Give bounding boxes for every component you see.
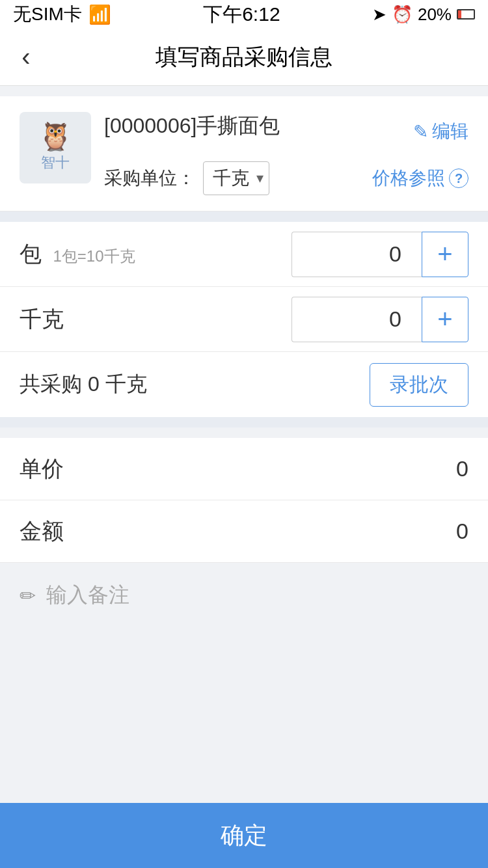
page-title: 填写商品采购信息 xyxy=(0,42,488,72)
input-section: 包 1包=10千克 + 千克 + xyxy=(0,222,488,352)
remark-section: ✏ 输入备注 xyxy=(0,563,488,667)
status-left: 无SIM卡 📶 xyxy=(13,2,111,27)
summary-unit: 千克 xyxy=(105,372,147,396)
bao-input-wrap: + xyxy=(291,232,468,277)
location-icon: ➤ xyxy=(372,5,386,25)
amount-label: 金额 xyxy=(20,517,64,547)
unit-price-label: 单价 xyxy=(20,454,64,484)
bao-sublabel: 1包=10千克 xyxy=(53,247,135,265)
status-bar: 无SIM卡 📶 下午6:12 ➤ ⏰ 20% xyxy=(0,0,488,29)
kg-row: 千克 + xyxy=(0,287,488,352)
purchase-unit: 采购单位： 千克 xyxy=(104,161,269,195)
remark-input-area[interactable]: ✏ 输入备注 xyxy=(20,581,468,610)
price-section: 单价 0 金额 0 xyxy=(0,438,488,563)
bao-label-text: 包 xyxy=(20,241,42,266)
product-name: [0000006]手撕面包 xyxy=(104,112,280,141)
record-batch-button[interactable]: 录批次 xyxy=(370,363,468,407)
amount-row: 金额 0 xyxy=(0,500,488,563)
alarm-icon: ⏰ xyxy=(392,5,413,25)
price-ref-button[interactable]: 价格参照 ? xyxy=(372,166,468,191)
main-content: 🦉 智十 [0000006]手撕面包 ✎ 编辑 采购单位： 千克 价格参照 ? xyxy=(0,96,488,868)
wifi-icon: 📶 xyxy=(88,4,111,25)
confirm-label: 确定 xyxy=(221,820,267,852)
kg-input[interactable] xyxy=(291,297,422,342)
battery-text: 20% xyxy=(418,5,452,25)
edit-button[interactable]: ✎ 编辑 xyxy=(413,119,468,144)
price-ref-label: 价格参照 xyxy=(372,166,445,191)
summary-label: 共采购 xyxy=(20,372,82,396)
summary-text: 共采购 0 千克 xyxy=(20,370,147,399)
kg-label: 千克 xyxy=(20,305,291,334)
summary-quantity: 0 xyxy=(88,372,100,396)
unit-price-value: 0 xyxy=(456,456,468,481)
pencil-icon: ✏ xyxy=(20,584,36,607)
purchase-unit-label: 采购单位： xyxy=(104,166,195,191)
amount-value: 0 xyxy=(456,519,468,544)
bao-plus-button[interactable]: + xyxy=(422,232,468,277)
status-time: 下午6:12 xyxy=(203,1,280,28)
product-info: [0000006]手撕面包 ✎ 编辑 采购单位： 千克 价格参照 ? xyxy=(104,112,468,195)
owl-icon: 🦉 xyxy=(38,123,72,150)
remark-placeholder: 输入备注 xyxy=(46,581,129,610)
carrier-text: 无SIM卡 xyxy=(13,2,82,27)
unit-select[interactable]: 千克 xyxy=(203,161,269,195)
divider-1 xyxy=(0,211,488,222)
back-button[interactable]: ‹ xyxy=(0,29,52,86)
help-icon: ? xyxy=(449,169,468,188)
kg-input-wrap: + xyxy=(291,297,468,342)
unit-price-row: 单价 0 xyxy=(0,438,488,500)
bao-label: 包 1包=10千克 xyxy=(20,239,291,269)
kg-plus-button[interactable]: + xyxy=(422,297,468,342)
edit-label: 编辑 xyxy=(432,119,468,144)
thumb-label: 智十 xyxy=(41,153,70,172)
bao-row: 包 1包=10千克 + xyxy=(0,222,488,287)
status-right: ➤ ⏰ 20% xyxy=(372,5,475,25)
edit-icon: ✎ xyxy=(413,121,428,142)
nav-bar: ‹ 填写商品采购信息 xyxy=(0,29,488,86)
product-meta: 采购单位： 千克 价格参照 ? xyxy=(104,161,468,195)
battery-icon xyxy=(457,9,475,20)
bao-input[interactable] xyxy=(291,232,422,277)
product-thumbnail: 🦉 智十 xyxy=(20,112,91,183)
summary-row: 共采购 0 千克 录批次 xyxy=(0,352,488,417)
product-card: 🦉 智十 [0000006]手撕面包 ✎ 编辑 采购单位： 千克 价格参照 ? xyxy=(0,96,488,211)
divider-2 xyxy=(0,417,488,427)
confirm-button[interactable]: 确定 xyxy=(0,803,488,868)
